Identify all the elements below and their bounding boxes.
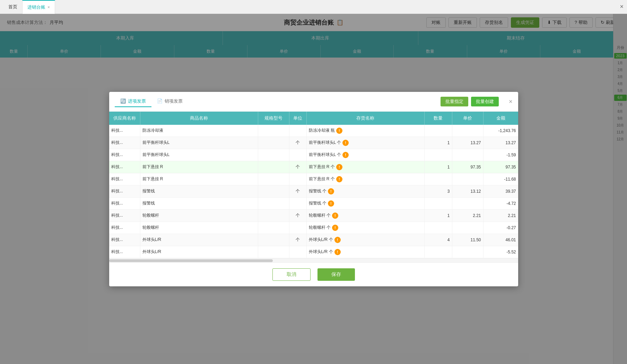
table-row[interactable]: 科技... 前平衡杆球头L 前平衡杆球头L 个! -1.59 <box>109 149 518 161</box>
td-unit-price <box>452 125 484 137</box>
td-product-name: 防冻冷却液 <box>140 125 258 137</box>
modal-footer: 取消 保存 <box>109 262 518 286</box>
td-product-name: 报警线 <box>140 185 258 197</box>
td-stock-name: 轮毂螺杆 个! <box>307 210 425 222</box>
th-unit-price: 单价 <box>452 112 484 125</box>
td-unit <box>289 246 307 258</box>
td-amount: 13.27 <box>484 137 518 149</box>
td-product-name: 前平衡杆球头L <box>140 137 258 149</box>
td-supplier: 科技... <box>109 185 140 197</box>
td-supplier: 科技... <box>109 173 140 185</box>
table-row[interactable]: 科技... 外球头L/R 个 外球头L/R 个! 4 11.50 46.01 <box>109 234 518 246</box>
td-quantity <box>425 198 452 209</box>
modal-dialog: 🔄 进项发票 📄 销项发票 批量指定 批量创建 × <box>109 92 518 286</box>
td-amount: -4.72 <box>484 198 518 209</box>
td-unit <box>289 125 307 137</box>
top-bar: 首页 进销台账 × × <box>0 0 627 14</box>
table-row[interactable]: 科技... 报警线 个 报警线 个! 3 13.12 39.37 <box>109 185 518 198</box>
table-row[interactable]: 科技... 前下悬挂 R 前下悬挂 R 个! -11.68 <box>109 173 518 185</box>
td-quantity: 1 <box>425 161 452 173</box>
td-product-name: 外球头L/R <box>140 234 258 246</box>
td-unit <box>289 149 307 161</box>
table-row[interactable]: 科技... 前下悬挂 R 个 前下悬挂 R 个! 1 97.35 97.35 <box>109 161 518 173</box>
stock-name-text: 轮毂螺杆 个 <box>309 213 331 218</box>
td-product-name: 外球头L/R <box>140 246 258 258</box>
stock-name-text: 前下悬挂 R 个 <box>309 176 335 182</box>
scrollbar-thumb[interactable] <box>109 259 273 262</box>
td-unit: 个 <box>289 185 307 197</box>
tab-outgoing-invoice[interactable]: 📄 销项发票 <box>151 96 188 107</box>
td-unit <box>289 222 307 234</box>
th-stock-name: 存货名称 <box>307 112 425 125</box>
td-amount: -11.68 <box>484 173 518 185</box>
table-row[interactable]: 科技... 防冻冷却液 防冻冷却液 瓶! -1,243.76 <box>109 125 518 137</box>
td-unit: 个 <box>289 161 307 173</box>
td-unit: 个 <box>289 234 307 246</box>
stock-name-text: 报警线 个 <box>309 200 326 206</box>
modal-table: 供应商名称 商品名称 规格型号 单位 存货名称 数量 单价 金额 科技... 防… <box>109 112 518 262</box>
warning-icon: ! <box>336 128 342 134</box>
td-product-name: 前下悬挂 R <box>140 173 258 185</box>
td-product-name: 轮毂螺杆 <box>140 210 258 222</box>
td-unit-price <box>452 149 484 161</box>
td-stock-name: 前下悬挂 R 个! <box>307 173 425 185</box>
tab-home[interactable]: 首页 <box>3 0 22 14</box>
td-quantity: 4 <box>425 234 452 246</box>
stock-name-text: 前平衡杆球头L 个 <box>309 152 341 158</box>
cancel-button[interactable]: 取消 <box>272 268 311 281</box>
td-amount: 39.37 <box>484 185 518 197</box>
modal-close-icon[interactable]: × <box>509 98 513 105</box>
warning-icon: ! <box>334 249 341 255</box>
window-close-icon[interactable]: × <box>620 3 624 10</box>
td-spec-model <box>258 246 289 258</box>
horizontal-scrollbar[interactable] <box>109 258 518 262</box>
modal-header: 🔄 进项发票 📄 销项发票 批量指定 批量创建 × <box>109 92 518 112</box>
td-stock-name: 防冻冷却液 瓶! <box>307 125 425 137</box>
modal-table-body[interactable]: 科技... 防冻冷却液 防冻冷却液 瓶! -1,243.76 科技... 前平衡… <box>109 125 518 258</box>
td-spec-model <box>258 125 289 137</box>
table-row[interactable]: 科技... 前平衡杆球头L 个 前平衡杆球头L 个! 1 13.27 13.27 <box>109 137 518 149</box>
td-amount: -5.52 <box>484 246 518 258</box>
stock-name-text: 防冻冷却液 瓶 <box>309 128 335 133</box>
warning-icon: ! <box>332 213 338 219</box>
td-spec-model <box>258 234 289 246</box>
table-row[interactable]: 科技... 外球头L/R 外球头L/R 个! -5.52 <box>109 246 518 258</box>
tab-close-icon[interactable]: × <box>47 5 50 10</box>
td-stock-name: 前平衡杆球头L 个! <box>307 149 425 161</box>
modal-tabs: 🔄 进项发票 📄 销项发票 <box>115 96 188 107</box>
td-unit <box>289 198 307 209</box>
td-quantity: 1 <box>425 210 452 222</box>
tab-incoming-invoice[interactable]: 🔄 进项发票 <box>115 96 151 107</box>
warning-icon: ! <box>336 164 342 170</box>
td-supplier: 科技... <box>109 161 140 173</box>
table-row[interactable]: 科技... 报警线 报警线 个! -4.72 <box>109 198 518 210</box>
th-unit: 单位 <box>289 112 307 125</box>
td-stock-name: 报警线 个! <box>307 185 425 197</box>
stock-name-text: 报警线 个 <box>309 188 326 194</box>
td-amount: 97.35 <box>484 161 518 173</box>
warning-icon: ! <box>342 140 349 146</box>
warning-icon: ! <box>334 237 341 243</box>
batch-specify-button[interactable]: 批量指定 <box>441 97 468 106</box>
td-spec-model <box>258 173 289 185</box>
warning-icon: ! <box>336 176 342 182</box>
th-quantity: 数量 <box>425 112 452 125</box>
th-spec-model: 规格型号 <box>258 112 289 125</box>
td-unit-price <box>452 246 484 258</box>
tab-active[interactable]: 进销台账 × <box>22 0 55 14</box>
batch-create-button[interactable]: 批量创建 <box>471 97 499 106</box>
td-product-name: 前平衡杆球头L <box>140 149 258 161</box>
td-spec-model <box>258 210 289 222</box>
td-unit-price <box>452 198 484 209</box>
save-button[interactable]: 保存 <box>317 268 355 281</box>
stock-name-text: 外球头L/R 个 <box>309 249 333 255</box>
incoming-icon: 🔄 <box>120 98 126 104</box>
td-spec-model <box>258 149 289 161</box>
td-unit-price <box>452 173 484 185</box>
table-row[interactable]: 科技... 轮毂螺杆 个 轮毂螺杆 个! 1 2.21 2.21 <box>109 210 518 222</box>
td-spec-model <box>258 222 289 234</box>
td-stock-name: 前下悬挂 R 个! <box>307 161 425 173</box>
td-supplier: 科技... <box>109 137 140 149</box>
td-product-name: 前下悬挂 R <box>140 161 258 173</box>
table-row[interactable]: 科技... 轮毂螺杆 轮毂螺杆 个! -0.27 <box>109 222 518 234</box>
